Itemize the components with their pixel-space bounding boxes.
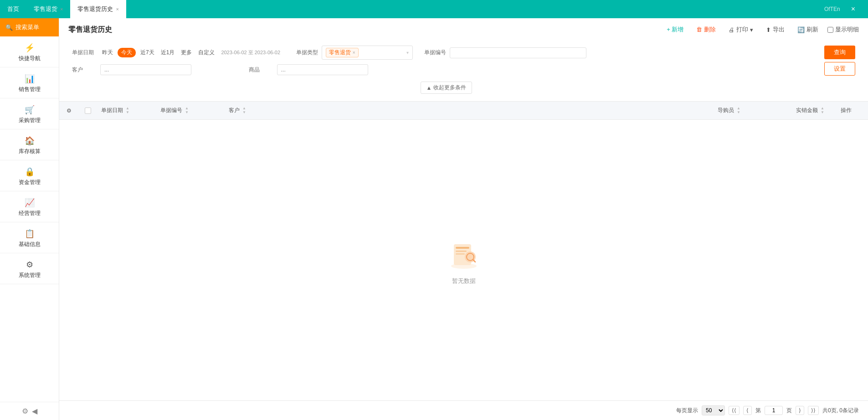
tab-retail-return-history[interactable]: 零售退货历史 × xyxy=(70,0,126,18)
purchase-icon: 🛒 xyxy=(25,105,35,115)
refresh-icon: 🔄 xyxy=(797,26,805,33)
billno-input[interactable] xyxy=(450,47,586,58)
th-billno[interactable]: 单据编号 ▲ ▼ xyxy=(157,107,225,114)
sidebar-bottom: ⚙ ◀ xyxy=(0,402,59,420)
pagination-bar: 每页显示 50 20 100 ⟨⟨ ⟨ 第 页 ⟩ ⟩⟩ 共0页, 0条记录 xyxy=(59,400,868,420)
sidebar-item-purchase[interactable]: 🛒 采购管理 xyxy=(0,98,59,129)
empty-illustration xyxy=(446,235,482,271)
print-icon: 🖨 xyxy=(729,26,734,33)
sidebar-item-label: 基础信息 xyxy=(19,241,41,248)
page-title: 零售退货历史 xyxy=(68,25,112,35)
billno-sort[interactable]: ▲ ▼ xyxy=(185,107,189,114)
next-page-btn[interactable]: ⟩ xyxy=(796,406,804,415)
basic-info-icon: 📋 xyxy=(25,229,35,239)
type-filter-label: 单据类型 xyxy=(293,49,322,56)
date-opt-more[interactable]: 更多 xyxy=(179,48,194,57)
content-area: 零售退货历史 + 新增 🗑 删除 🖨 打印 ▾ ⬆ 导出 🔄 xyxy=(59,18,868,420)
filter-area: 单据日期 昨天 今天 近7天 近1月 更多 自定义 2023-06-02 至 2… xyxy=(68,41,859,101)
quick-nav-icon: ⚡ xyxy=(25,43,35,53)
first-page-btn[interactable]: ⟨⟨ xyxy=(729,406,740,415)
sidebar-item-system[interactable]: ⚙ 系统管理 xyxy=(0,253,59,284)
collapse-icon: ▲ xyxy=(426,85,432,91)
svg-line-7 xyxy=(473,260,475,262)
filter-row-customer: 客户 商品 xyxy=(68,64,824,75)
settings-gear-icon[interactable]: ⚙ xyxy=(22,407,28,415)
page-header: 零售退货历史 + 新增 🗑 删除 🖨 打印 ▾ ⬆ 导出 🔄 xyxy=(59,18,868,102)
th-date[interactable]: 单据日期 ▲ ▼ xyxy=(98,107,157,114)
sidebar-item-finance[interactable]: 🔒 资金管理 xyxy=(0,160,59,191)
date-range-display: 2023-06-02 至 2023-06-02 xyxy=(221,49,280,56)
customer-sort[interactable]: ▲ ▼ xyxy=(242,107,246,114)
expand-conditions-btn[interactable]: ▲ 收起更多条件 xyxy=(421,82,473,94)
page-input[interactable] xyxy=(765,406,783,415)
customer-filter-label: 客户 xyxy=(68,66,100,74)
sidebar-item-operations[interactable]: 📈 经营管理 xyxy=(0,191,59,222)
sidebar-item-label: 快捷导航 xyxy=(19,55,41,62)
query-button[interactable]: 查询 xyxy=(824,46,855,59)
type-selector-dropdown-icon: ▾ xyxy=(406,50,409,55)
date-sort[interactable]: ▲ ▼ xyxy=(126,107,129,114)
page-title-row: 零售退货历史 + 新增 🗑 删除 🖨 打印 ▾ ⬆ 导出 🔄 xyxy=(68,24,859,36)
date-opt-last1m[interactable]: 近1月 xyxy=(159,48,177,57)
sidebar-item-label: 资金管理 xyxy=(19,179,41,186)
type-tag-close[interactable]: × xyxy=(353,50,355,55)
last-page-btn[interactable]: ⟩⟩ xyxy=(808,406,819,415)
sidebar-item-sales[interactable]: 📊 销售管理 xyxy=(0,67,59,98)
type-selector[interactable]: 零售退货 × ▾ xyxy=(322,46,413,60)
tab-retail-return-history-close[interactable]: × xyxy=(116,6,118,12)
customer-input[interactable] xyxy=(100,64,191,75)
new-button[interactable]: + 新增 xyxy=(663,24,687,36)
th-op: 操作 xyxy=(828,107,864,114)
print-button[interactable]: 🖨 打印 ▾ xyxy=(725,24,757,36)
sidebar-search[interactable]: 🔍 搜索菜单 xyxy=(0,18,59,36)
collapse-sidebar-icon[interactable]: ◀ xyxy=(32,407,37,415)
per-page-label: 每页显示 xyxy=(676,407,698,415)
refresh-button[interactable]: 🔄 刷新 xyxy=(794,24,822,36)
sidebar: 🔍 搜索菜单 ⚡ 快捷导航 📊 销售管理 🛒 采购管理 🏠 库存核算 🔒 资金管… xyxy=(0,18,59,420)
date-opt-yesterday[interactable]: 昨天 xyxy=(100,48,115,57)
date-opt-last7[interactable]: 近7天 xyxy=(139,48,156,57)
th-guide[interactable]: 导购员 ▲ ▼ xyxy=(714,107,773,114)
per-page-select[interactable]: 50 20 100 xyxy=(702,405,725,415)
date-filter-options: 昨天 今天 近7天 近1月 更多 自定义 xyxy=(100,48,216,57)
display-detail-toggle[interactable]: 显示明细 xyxy=(827,26,859,34)
operations-icon: 📈 xyxy=(25,198,35,208)
window-close-btn[interactable]: × xyxy=(846,5,861,13)
sidebar-item-basic-info[interactable]: 📋 基础信息 xyxy=(0,222,59,253)
th-checkbox[interactable] xyxy=(81,108,98,114)
sidebar-item-quick-nav[interactable]: ⚡ 快捷导航 xyxy=(0,36,59,67)
th-amount[interactable]: 实销金额 ▲ ▼ xyxy=(773,107,828,114)
tab-retail-return-close[interactable]: × xyxy=(60,6,63,12)
empty-state: 暂无数据 xyxy=(59,120,868,400)
th-setting[interactable]: ⚙ xyxy=(63,108,81,114)
select-all-checkbox[interactable] xyxy=(85,108,91,114)
goods-input[interactable] xyxy=(277,64,368,75)
goods-filter-label: 商品 xyxy=(245,66,277,74)
tab-home[interactable]: 首页 xyxy=(0,0,26,18)
delete-button[interactable]: 🗑 删除 xyxy=(693,24,719,36)
svg-rect-3 xyxy=(456,251,467,252)
date-opt-custom[interactable]: 自定义 xyxy=(196,48,216,57)
guide-sort[interactable]: ▲ ▼ xyxy=(737,107,740,114)
th-customer[interactable]: 客户 ▲ ▼ xyxy=(225,107,714,114)
date-opt-today[interactable]: 今天 xyxy=(118,48,136,57)
table-settings-icon[interactable]: ⚙ xyxy=(67,108,72,114)
often-label: OfTEn xyxy=(824,6,840,12)
billno-filter-label: 单据编号 xyxy=(421,49,450,56)
export-button[interactable]: ⬆ 导出 xyxy=(762,24,788,36)
empty-text: 暂无数据 xyxy=(452,277,476,285)
sidebar-search-label: 搜索菜单 xyxy=(15,23,39,31)
top-bar-right: OfTEn × xyxy=(824,5,868,13)
setting-button[interactable]: 设置 xyxy=(824,62,855,76)
prev-page-btn[interactable]: ⟨ xyxy=(743,406,752,415)
display-detail-checkbox[interactable] xyxy=(827,27,833,33)
amount-sort[interactable]: ▲ ▼ xyxy=(821,107,824,114)
sidebar-item-label: 销售管理 xyxy=(19,86,41,93)
export-icon: ⬆ xyxy=(766,26,771,33)
tab-retail-return[interactable]: 零售退货 × xyxy=(26,0,70,18)
total-text: 共0页, 0条记录 xyxy=(822,407,859,415)
sidebar-item-inventory[interactable]: 🏠 库存核算 xyxy=(0,129,59,160)
sidebar-item-label: 库存核算 xyxy=(19,148,41,155)
svg-rect-2 xyxy=(456,247,469,249)
tab-list: 首页 零售退货 × 零售退货历史 × xyxy=(0,0,824,18)
